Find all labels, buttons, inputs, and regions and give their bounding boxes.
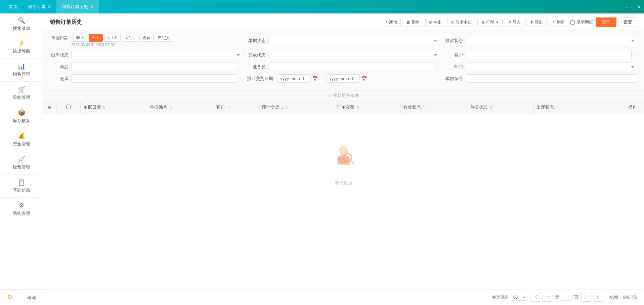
th-amount-sort[interactable]: ⇅	[356, 106, 359, 109]
maximize-icon[interactable]: □	[632, 4, 634, 9]
status-select[interactable]	[268, 37, 440, 45]
sales-icon: 📊	[18, 63, 25, 70]
sidebar-collapse-icon[interactable]: ◀◀	[26, 294, 36, 301]
filter-salesperson-cell: 业务员 ···	[247, 63, 440, 71]
system-icon: ⚙	[19, 202, 24, 209]
page-label: 第	[555, 294, 559, 300]
operations-icon: 📈	[18, 155, 25, 163]
date-btn-yesterday[interactable]: 昨天	[73, 34, 87, 42]
import-button[interactable]: ⬇ 导入	[505, 18, 524, 27]
page-number-input[interactable]: 1	[561, 294, 573, 301]
dept-select[interactable]	[466, 63, 637, 71]
first-page-button[interactable]: 《	[530, 293, 540, 302]
customer-dots[interactable]: ···	[633, 52, 637, 58]
warehouse-dots[interactable]: ···	[239, 76, 243, 82]
tab-home-label: 首页	[9, 4, 17, 10]
filter-row-2: 出库状态 完成状态 客户 ···	[50, 51, 637, 59]
stop-button[interactable]: ⊘ 中止	[425, 18, 445, 27]
toolbar: + 新增 🗑 删除 ⊘ 中止 ⊙ 取消中止 🖨 打印 ⬇ 导入 ⬆ 导出 ↻ 刷…	[382, 17, 637, 27]
delivery-end-input[interactable]	[326, 74, 360, 83]
sidebar-item-inventory[interactable]: 📦 库存核算	[0, 105, 43, 128]
warehouse-input[interactable]	[71, 74, 237, 83]
th-date-label: 单据日期	[83, 105, 101, 110]
sidebar-item-basic-info[interactable]: 📋 基础信息	[0, 175, 43, 198]
complete-select[interactable]	[268, 51, 440, 59]
calendar-start-icon[interactable]: 📅	[312, 76, 318, 81]
date-btn-1month[interactable]: 近1月	[122, 34, 138, 42]
query-button[interactable]: 查询	[596, 17, 616, 27]
th-date-sort[interactable]: ⇅	[103, 106, 105, 109]
date-btn-7days[interactable]: 近7天	[104, 34, 121, 42]
search-menu-icon: 🔍	[18, 17, 25, 24]
date-btn-more[interactable]: 更多	[139, 34, 154, 42]
display-toggle-checkbox[interactable]	[570, 20, 575, 25]
prev-page-button[interactable]: 〈	[543, 293, 552, 302]
filter-date-cell: 单据日期 昨天 今天 近7天 近1月 更多 自定义 2023-06-02 至 2…	[50, 34, 243, 47]
order-no-input[interactable]	[466, 74, 637, 83]
export-button[interactable]: ⬆ 导出	[526, 18, 546, 27]
th-settings[interactable]: ⚙	[43, 101, 56, 114]
warehouse-label: 仓库	[50, 76, 69, 82]
calendar-end-icon[interactable]: 📅	[361, 76, 367, 81]
date-btn-custom[interactable]: 自定义	[155, 34, 173, 42]
page-area: 销售订单历史 + 新增 🗑 删除 ⊘ 中止 ⊙ 取消中止 🖨 打印 ⬇ 导入 ⬆…	[43, 13, 644, 305]
display-toggle[interactable]: 显示明细	[570, 19, 594, 25]
sidebar-bottom: ⚙ ◀◀	[0, 289, 43, 305]
sidebar-settings-icon[interactable]: ⚙	[7, 294, 12, 301]
th-action: 操作	[600, 101, 644, 114]
pay-status-select[interactable]	[466, 37, 637, 45]
refresh-button[interactable]: ↻ 刷新	[549, 18, 568, 27]
delivery-start-input[interactable]	[277, 74, 311, 83]
filter-pay-status-cell: 收款状态	[444, 37, 637, 45]
collapse-bar[interactable]: ∧ 收起更多条件	[43, 90, 644, 101]
tab-home[interactable]: 首页	[3, 0, 23, 13]
sidebar-item-purchase[interactable]: 🛒 采购管理	[0, 82, 43, 105]
date-btn-today[interactable]: 今天	[89, 34, 103, 42]
cancel-stop-button[interactable]: ⊙ 取消中止	[447, 18, 475, 27]
svg-point-0	[339, 146, 348, 156]
data-table: ⚙ 单据日期 ⇅ 单据编号 ⇅ 客户	[43, 101, 644, 114]
th-checkbox[interactable]	[56, 101, 80, 114]
sidebar-item-search[interactable]: 🔍 搜索菜单	[0, 13, 43, 35]
salesperson-input[interactable]	[268, 63, 434, 71]
minimize-icon[interactable]: —	[625, 4, 629, 9]
goods-dots[interactable]: ···	[239, 64, 243, 70]
tab-sales-history[interactable]: 销售订单历史 ✕	[56, 0, 99, 13]
print-button[interactable]: 🖨 打印	[477, 18, 503, 27]
collapse-label: ∧ 收起更多条件	[328, 93, 359, 98]
th-stock-status-sort[interactable]: ⇅	[556, 106, 559, 109]
customer-input[interactable]	[466, 51, 632, 59]
page-size-select[interactable]: 10 20 50 100	[511, 294, 527, 301]
sidebar-item-finance[interactable]: 💰 资金管理	[0, 128, 43, 151]
th-stock-status-label: 出库状态	[536, 105, 554, 110]
sidebar-item-sales[interactable]: 📊 销售管理	[0, 59, 43, 82]
th-customer-sort[interactable]: ⇅	[227, 106, 230, 109]
settings-button[interactable]: 设置	[618, 17, 637, 27]
sidebar-item-system[interactable]: ⚙ 系统管理	[0, 198, 43, 221]
select-all-checkbox[interactable]	[66, 105, 71, 109]
svg-line-4	[351, 161, 354, 164]
tab-sales-order[interactable]: 销售订单 ✕	[23, 0, 56, 13]
main-layout: 🔍 搜索菜单 ⚡ 快捷导航 📊 销售管理 🛒 采购管理 📦 库存核算 💰 资金管…	[0, 13, 644, 305]
new-button[interactable]: + 新增	[382, 18, 400, 27]
sidebar-item-quick-nav-label: 快捷导航	[13, 48, 30, 54]
th-bill-status-sort[interactable]: ⇅	[489, 106, 492, 109]
salesperson-dots[interactable]: ···	[436, 64, 440, 70]
date-dash: —	[320, 76, 324, 81]
basic-info-icon: 📋	[18, 179, 25, 186]
th-order-no-sort[interactable]: ⇅	[169, 106, 172, 109]
th-pay-status-sort[interactable]: ⇅	[423, 106, 426, 109]
delete-button[interactable]: 🗑 删除	[403, 18, 423, 27]
tab-sales-history-close[interactable]: ✕	[90, 4, 93, 9]
next-page-button[interactable]: 〉	[581, 293, 591, 302]
close-window-icon[interactable]: ✕	[637, 4, 641, 9]
last-page-button[interactable]: 》	[594, 293, 603, 302]
th-delivery-sort[interactable]: ⇅	[285, 106, 288, 109]
goods-input[interactable]	[71, 63, 237, 71]
sidebar-item-operations[interactable]: 📈 经营管理	[0, 151, 43, 175]
th-action-label: 操作	[628, 105, 637, 110]
stockout-select[interactable]	[71, 51, 243, 59]
tab-sales-order-close[interactable]: ✕	[48, 4, 51, 9]
date-label: 单据日期	[50, 35, 69, 41]
sidebar-item-quick-nav[interactable]: ⚡ 快捷导航	[0, 35, 43, 59]
